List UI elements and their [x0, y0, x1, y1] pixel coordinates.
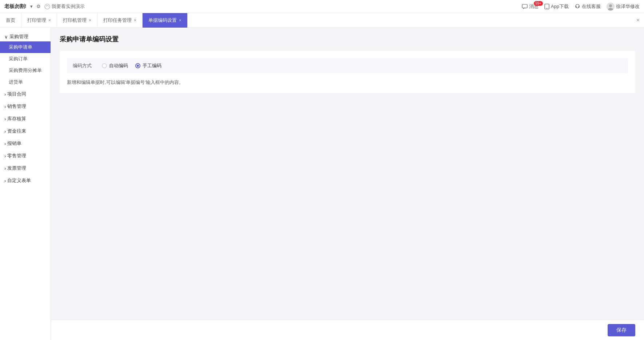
sidebar-item-purchase-expense[interactable]: 采购费用分摊单 — [0, 65, 51, 76]
sidebar-group-returns[interactable]: › 报销单 — [0, 137, 51, 150]
sidebar-item-purchase-order[interactable]: 采购订单 — [0, 53, 51, 65]
sidebar-group-project-contract[interactable]: › 项目合同 — [0, 88, 51, 100]
chevron-right-icon: › — [4, 92, 6, 97]
tab-single-code-label: 单据编码设置 — [148, 17, 177, 24]
content-footer: 保存 — [51, 320, 644, 340]
main-layout: ∨ 采购管理 采购申请单 采购订单 采购费用分摊单 进货单 › 项目合同 › 销… — [0, 28, 644, 340]
tabs-bar: 首页 打印管理 × 打印机管理 × 打印任务管理 × 单据编码设置 × × — [0, 13, 644, 28]
message-button[interactable]: 消息 99+ — [522, 3, 539, 10]
tab-home[interactable]: 首页 — [0, 13, 21, 28]
sidebar-item-purchase-receipt-label: 进货单 — [9, 79, 23, 85]
message-icon — [522, 4, 528, 9]
service-label: 在线客服 — [582, 3, 601, 10]
tabs-bar-close-button[interactable]: × — [632, 17, 644, 24]
tab-print-task-mgmt[interactable]: 打印任务管理 × — [97, 13, 143, 28]
sidebar-item-purchase-request[interactable]: 采购申请单 — [0, 41, 51, 53]
tab-print-mgmt[interactable]: 打印管理 × — [21, 13, 57, 28]
svg-rect-1 — [522, 4, 527, 8]
svg-point-6 — [609, 4, 612, 7]
sidebar-group-retail[interactable]: › 零售管理 — [0, 150, 51, 162]
chevron-right-icon: › — [4, 141, 6, 146]
save-button[interactable]: 保存 — [608, 324, 635, 336]
search-label: 我要看实例演示 — [52, 3, 85, 10]
headset-icon — [575, 4, 580, 9]
coding-method-row: 编码方式 自动编码 手工编码 — [67, 58, 628, 73]
topbar-right: 消息 99+ App下载 在线客服 徐泽华修改 — [522, 3, 640, 11]
radio-manual-circle — [135, 63, 140, 68]
sidebar-item-purchase-expense-label: 采购费用分摊单 — [9, 68, 42, 73]
chevron-right-icon: › — [4, 129, 6, 134]
tab-home-label: 首页 — [6, 17, 15, 24]
tab-print-task-mgmt-close[interactable]: × — [134, 18, 136, 23]
sidebar-group-retail-label: 零售管理 — [7, 153, 26, 159]
sidebar-group-capital[interactable]: › 资金往来 — [0, 125, 51, 137]
radio-group: 自动编码 手工编码 — [102, 62, 161, 69]
sidebar-group-inventory[interactable]: › 库存核算 — [0, 113, 51, 125]
topbar-dropdown[interactable]: ▾ — [30, 4, 33, 9]
page-title: 采购申请单编码设置 — [60, 35, 635, 44]
sidebar-group-purchase-label: 采购管理 — [9, 33, 28, 40]
avatar — [607, 3, 615, 11]
radio-manual[interactable]: 手工编码 — [135, 62, 161, 69]
svg-point-0 — [45, 4, 50, 9]
sidebar-group-inventory-label: 库存核算 — [7, 116, 26, 122]
tab-printer-mgmt-label: 打印机管理 — [63, 17, 87, 24]
cloud-icon — [44, 4, 50, 9]
sidebar-item-purchase-order-label: 采购订单 — [9, 56, 28, 61]
chevron-right-icon: › — [4, 166, 6, 171]
sidebar-group-custom-label: 自定义表单 — [7, 177, 31, 184]
tab-print-mgmt-close[interactable]: × — [48, 18, 51, 23]
radio-auto-circle — [102, 63, 107, 68]
dropdown-arrow-icon: ▾ — [30, 4, 33, 9]
chevron-right-icon: › — [4, 178, 6, 183]
sidebar-group-invoice[interactable]: › 发票管理 — [0, 162, 51, 174]
tab-printer-mgmt-close[interactable]: × — [89, 18, 91, 23]
tab-print-mgmt-label: 打印管理 — [27, 17, 46, 24]
sidebar: ∨ 采购管理 采购申请单 采购订单 采购费用分摊单 进货单 › 项目合同 › 销… — [0, 28, 51, 340]
sidebar-group-returns-label: 报销单 — [7, 140, 21, 147]
tab-single-code-close[interactable]: × — [179, 18, 181, 23]
radio-auto[interactable]: 自动编码 — [102, 62, 128, 69]
tab-single-code-setting[interactable]: 单据编码设置 × — [143, 13, 188, 28]
sidebar-group-capital-label: 资金往来 — [7, 128, 26, 134]
topbar: 老板勿割! ▾ ⚙ 我要看实例演示 消息 99+ App下载 在线客服 徐泽华修… — [0, 0, 644, 13]
settings-card: 编码方式 自动编码 手工编码 新增和编辑单据时,可以编辑'单据编号'输入框中的内… — [60, 51, 635, 93]
user-name: 徐泽华修改 — [616, 3, 640, 10]
tab-printer-mgmt[interactable]: 打印机管理 × — [57, 13, 97, 28]
sidebar-group-invoice-label: 发票管理 — [7, 165, 26, 171]
hint-text: 新增和编辑单据时,可以编辑'单据编号'输入框中的内容。 — [67, 79, 628, 86]
message-badge: 99+ — [534, 1, 543, 6]
mobile-icon — [544, 4, 549, 9]
app-label: App下载 — [551, 3, 569, 10]
chevron-right-icon: › — [4, 116, 6, 122]
collapse-icon: ∨ — [4, 34, 8, 40]
topbar-left: 老板勿割! ▾ ⚙ 我要看实例演示 — [4, 3, 85, 10]
online-service-button[interactable]: 在线客服 — [575, 3, 601, 10]
content: 采购申请单编码设置 编码方式 自动编码 手工编码 — [51, 28, 644, 340]
settings-icon[interactable]: ⚙ — [36, 4, 41, 9]
tab-print-task-mgmt-label: 打印任务管理 — [103, 17, 132, 24]
svg-point-3 — [547, 8, 547, 9]
sidebar-group-project-label: 项目合同 — [7, 91, 26, 97]
sidebar-item-purchase-request-label: 采购申请单 — [9, 44, 32, 50]
chevron-right-icon: › — [4, 153, 6, 159]
sidebar-group-purchase[interactable]: ∨ 采购管理 — [0, 31, 51, 41]
chevron-right-icon: › — [4, 104, 6, 109]
search-bar[interactable]: 我要看实例演示 — [44, 3, 85, 10]
radio-auto-label: 自动编码 — [109, 62, 128, 69]
coding-method-label: 编码方式 — [73, 62, 102, 69]
content-body: 采购申请单编码设置 编码方式 自动编码 手工编码 — [51, 28, 644, 320]
user-menu[interactable]: 徐泽华修改 — [607, 3, 640, 11]
sidebar-group-sales-label: 销售管理 — [7, 103, 26, 110]
sidebar-group-custom-form[interactable]: › 自定义表单 — [0, 174, 51, 187]
topbar-logo: 老板勿割! — [4, 3, 27, 10]
app-download-button[interactable]: App下载 — [544, 3, 569, 10]
radio-manual-label: 手工编码 — [143, 62, 161, 69]
sidebar-group-sales[interactable]: › 销售管理 — [0, 100, 51, 113]
sidebar-item-purchase-receipt[interactable]: 进货单 — [0, 76, 51, 88]
